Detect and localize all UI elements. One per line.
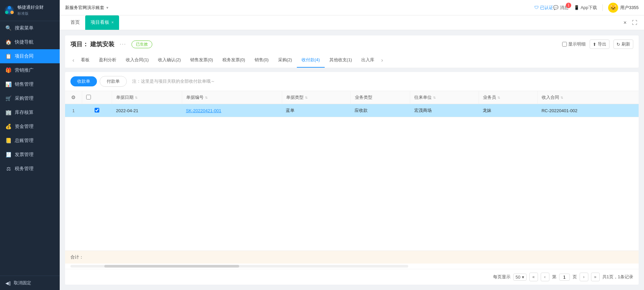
pagination-last-btn[interactable]: »: [591, 273, 600, 281]
subnav-item-8[interactable]: 收付款(4): [297, 53, 325, 68]
per-page-select[interactable]: 50 ▾: [513, 274, 526, 281]
sidebar-item-inventory[interactable]: 🏢 库存核算: [0, 105, 60, 120]
sort-number[interactable]: 单据编号 ⇅: [186, 94, 208, 100]
topbar-project: 新服务官网演示账套 ▾: [65, 5, 528, 11]
th-type-label: 单据类型: [286, 94, 304, 100]
topbar-right: 💬 消息 1 📱 App下载 🐱 用户3355: [553, 3, 639, 13]
window-close-btn[interactable]: ×: [622, 18, 628, 27]
sort-date[interactable]: 单据日期 ⇅: [116, 94, 138, 100]
pagination-first-btn[interactable]: «: [529, 273, 538, 281]
subnav-item-4[interactable]: 销售发票(0): [185, 53, 218, 68]
tab-project-kanban-label: 项目看板: [91, 19, 109, 25]
show-detail-checkbox[interactable]: 显示明细: [562, 41, 586, 47]
sort-contract[interactable]: 收入合同 ⇅: [542, 94, 563, 100]
subnav-item-9[interactable]: 其他收支(1): [325, 53, 357, 68]
topbar-project-name: 新服务官网演示账套: [65, 5, 104, 11]
message-badge: 1: [566, 3, 571, 8]
sidebar-item-label-contract: 项目合同: [15, 53, 34, 59]
topbar-user-btn[interactable]: 🐱 用户3355: [608, 3, 639, 13]
sidebar-item-label-inventory: 库存核算: [15, 110, 34, 116]
topbar-app-label: App下载: [581, 5, 597, 11]
sidebar-item-funds[interactable]: 💰 资金管理: [0, 120, 60, 134]
th-biztype-label: 业务类型: [355, 95, 372, 100]
subnav-item-1[interactable]: 盈利分析: [94, 53, 121, 68]
pin-icon: ◀‖: [5, 281, 11, 286]
show-detail-checkbox-input[interactable]: [562, 42, 567, 47]
payments-btn[interactable]: 付款单: [100, 76, 127, 87]
tab-project-kanban[interactable]: 项目看板 ×: [85, 15, 119, 30]
subnav-item-6[interactable]: 销售(0): [250, 53, 273, 68]
tab-close-icon[interactable]: ×: [111, 20, 114, 25]
sort-type-icon: ⇅: [305, 96, 308, 99]
per-page-value: 50: [516, 275, 520, 280]
page-input[interactable]: [559, 274, 570, 281]
sidebar-item-sales[interactable]: 📊 销售管理: [0, 77, 60, 91]
search-icon: 🔍: [5, 25, 11, 31]
project-label: 项目：: [70, 41, 89, 48]
topbar-chevron-icon[interactable]: ▾: [106, 5, 108, 10]
th-number: 单据编号 ⇅: [182, 91, 282, 104]
refresh-icon: ↻: [616, 42, 620, 47]
refresh-btn[interactable]: ↻ 刷新: [613, 40, 633, 49]
scrollbar-track: [70, 265, 408, 268]
doc-number-link[interactable]: SK-20220421-001: [186, 108, 221, 113]
pagination-next-btn[interactable]: ›: [580, 273, 588, 281]
settings-icon[interactable]: ⚙: [71, 94, 75, 100]
user-avatar: 🐱: [608, 3, 618, 13]
sidebar-item-quicknav[interactable]: 🏠 快捷导航: [0, 35, 60, 49]
subnav: ‹ 看板盈利分析收入合同(1)收入确认(2)销售发票(0)税务发票(0)销售(0…: [65, 53, 639, 68]
inventory-icon: 🏢: [5, 110, 11, 116]
sidebar-item-purchase[interactable]: 🛒 采购管理: [0, 91, 60, 105]
project-card: 项目： 建筑安装 ··· 已生效 显示明细 ⬆ 导出 ↻: [65, 35, 639, 68]
th-settings[interactable]: ⚙: [65, 91, 82, 104]
window-maximize-btn[interactable]: ⛶: [631, 18, 639, 27]
sort-type[interactable]: 单据类型 ⇅: [286, 94, 308, 100]
sidebar-item-invoice[interactable]: 🧾 发票管理: [0, 148, 60, 162]
sort-salesman[interactable]: 业务员 ⇅: [483, 94, 500, 100]
sidebar-item-ledger[interactable]: 📒 总账管理: [0, 134, 60, 148]
project-more-btn[interactable]: ···: [120, 41, 126, 47]
pagination-total: 共1页，1条记录: [602, 274, 633, 280]
sort-partner[interactable]: 往来单位 ⇅: [414, 94, 436, 100]
shield-icon: 🛡: [534, 5, 539, 10]
scrollbar-thumb[interactable]: [104, 265, 239, 268]
td-number[interactable]: SK-20220421-001: [182, 104, 282, 117]
summary-label: 合计：: [70, 255, 84, 260]
sidebar-item-marketing[interactable]: 🎁 营销推广: [0, 63, 60, 77]
td-checkbox[interactable]: [82, 104, 112, 117]
sort-salesman-icon: ⇅: [497, 96, 500, 99]
purchase-icon: 🛒: [5, 95, 11, 101]
sort-date-icon: ⇅: [135, 96, 138, 99]
sidebar-item-contract[interactable]: 📋 项目合同: [0, 49, 60, 63]
td-index: 1: [65, 104, 82, 117]
table-row[interactable]: 1 2022-04-21 SK-20220421-001 蓝单 应收款 宏茂商场…: [65, 104, 639, 117]
sidebar-pin-toggle[interactable]: ◀‖ 取消固定: [0, 276, 60, 290]
receipts-btn[interactable]: 收款单: [70, 76, 97, 86]
sidebar-item-tax[interactable]: ⚖ 税务管理: [0, 162, 60, 176]
subnav-item-10[interactable]: 出入库: [357, 53, 379, 68]
subnav-next-arrow[interactable]: ›: [379, 57, 385, 63]
td-type: 蓝单: [282, 104, 351, 117]
subnav-item-7[interactable]: 采购(2): [273, 53, 297, 68]
th-date: 单据日期 ⇅: [112, 91, 182, 104]
sidebar-item-search[interactable]: 🔍 搜索菜单: [0, 21, 60, 35]
app-logo-icon: [4, 5, 15, 16]
select-all-checkbox[interactable]: [86, 95, 91, 99]
subnav-item-3[interactable]: 收入确认(2): [153, 53, 185, 68]
th-salesman-label: 业务员: [483, 94, 496, 100]
topbar-message-btn[interactable]: 💬 消息 1: [553, 5, 569, 11]
subnav-prev-arrow[interactable]: ‹: [70, 57, 76, 63]
subnav-item-2[interactable]: 收入合同(1): [121, 53, 153, 68]
project-header-right: 显示明细 ⬆ 导出 ↻ 刷新: [562, 40, 633, 49]
invoice-icon: 🧾: [5, 152, 11, 158]
sidebar-item-label-funds: 资金管理: [15, 124, 34, 130]
project-status-badge: 已生效: [131, 41, 152, 48]
subnav-item-0[interactable]: 看板: [76, 53, 94, 68]
pagination-prev-btn[interactable]: ‹: [541, 273, 549, 281]
subnav-item-5[interactable]: 税务发票(0): [218, 53, 250, 68]
project-header: 项目： 建筑安装 ··· 已生效 显示明细 ⬆ 导出 ↻: [65, 35, 639, 53]
tab-home[interactable]: 首页: [65, 15, 85, 30]
table-scrollbar[interactable]: [65, 264, 639, 269]
topbar-app-download-btn[interactable]: 📱 App下载: [574, 5, 597, 11]
export-btn[interactable]: ⬆ 导出: [590, 40, 609, 49]
